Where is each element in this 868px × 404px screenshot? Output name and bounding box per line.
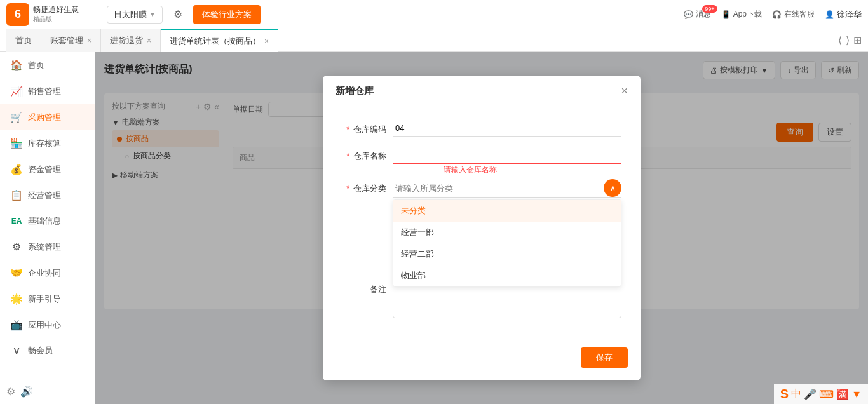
- sidebar-item-home[interactable]: 🏠 首页: [0, 52, 95, 78]
- tab-nav-next[interactable]: ⟩: [846, 34, 850, 46]
- sidebar-cooperation-label: 企业协同: [28, 267, 61, 279]
- logo-badge: 精品版: [33, 15, 79, 24]
- sidebar-inventory-label: 库存核算: [28, 138, 61, 149]
- sidebar-vip-label: 畅会员: [28, 345, 53, 356]
- sidebar-item-apps[interactable]: 📺 应用中心: [0, 312, 95, 338]
- bottom-s-icon[interactable]: S: [780, 387, 789, 401]
- user-area[interactable]: 👤 徐泽华: [825, 9, 862, 20]
- sidebar-management-label: 经营管理: [28, 190, 61, 201]
- dialog-header: 新增仓库 ×: [323, 76, 641, 107]
- name-input[interactable]: [393, 147, 621, 164]
- main-layout: 🏠 首页 📈 销售管理 🛒 采购管理 🏪 库存核算 💰 资金管理 📋 经营管理 …: [0, 52, 868, 404]
- dropdown-item-dept1[interactable]: 经营一部: [393, 222, 621, 243]
- dropdown-list: 未分类 经营一部 经营二部 物业部: [393, 199, 621, 287]
- sidebar-item-guide[interactable]: 🌟 新手引导: [0, 286, 95, 312]
- sidebar-apps-label: 应用中心: [28, 320, 61, 331]
- online-service-button[interactable]: 🎧 在线客服: [772, 9, 815, 20]
- dropdown-item-uncategorized[interactable]: 未分类: [393, 200, 621, 222]
- sidebar-item-purchase[interactable]: 🛒 采购管理: [0, 104, 95, 130]
- home-icon: 🏠: [10, 59, 23, 71]
- cooperation-icon: 🤝: [10, 267, 23, 279]
- sidebar: 🏠 首页 📈 销售管理 🛒 采购管理 🏪 库存核算 💰 资金管理 📋 经营管理 …: [0, 52, 95, 404]
- sidebar-basic-label: 基础信息: [28, 215, 61, 227]
- sidebar-sales-label: 销售管理: [28, 86, 61, 97]
- dropdown-input-row: ∧: [393, 179, 621, 198]
- form-row-name: * 仓库名称 请输入仓库名称: [342, 147, 621, 164]
- volume-icon[interactable]: 🔊: [20, 386, 33, 398]
- sidebar-purchase-label: 采购管理: [28, 112, 61, 123]
- sidebar-finance-label: 资金管理: [28, 164, 61, 175]
- bottom-keyboard-icon[interactable]: ⌨: [819, 388, 834, 400]
- app-icon: 📱: [721, 10, 731, 19]
- sidebar-item-inventory[interactable]: 🏪 库存核算: [0, 130, 95, 156]
- sidebar-guide-label: 新手引导: [28, 293, 61, 305]
- logo-icon: 6: [6, 3, 29, 26]
- basic-icon: EA: [10, 217, 23, 226]
- code-label: * 仓库编码: [342, 120, 386, 135]
- system-icon: ⚙: [10, 241, 23, 253]
- purchase-icon: 🛒: [10, 111, 23, 123]
- tab-nav-prev[interactable]: ⟨: [838, 34, 842, 46]
- notes-label: 备注: [342, 280, 386, 295]
- dropdown-toggle[interactable]: ∧: [604, 179, 621, 197]
- logo-title: 畅捷通好生意: [33, 5, 79, 15]
- gear-button[interactable]: ⚙: [168, 4, 188, 25]
- logo-area: 6 畅捷通好生意 精品版: [6, 3, 102, 26]
- settings-icon[interactable]: ⚙: [6, 386, 15, 398]
- headset-icon: 🎧: [772, 10, 782, 19]
- tab-accounts-close[interactable]: ×: [87, 36, 92, 45]
- tab-accounts[interactable]: 账套管理 ×: [41, 29, 101, 52]
- sidebar-item-basic[interactable]: EA 基础信息: [0, 208, 95, 234]
- tab-bar: 首页 账套管理 × 进货退货 × 进货单统计表（按商品） × ⟨ ⟩ ⊞: [0, 29, 868, 52]
- sidebar-bottom: ⚙ 🔊: [0, 379, 95, 404]
- inventory-icon: 🏪: [10, 137, 23, 149]
- top-bar: 6 畅捷通好生意 精品版 日太阳膜 ▼ ⚙ 体验行业方案 💬 消息 99+ 📱 …: [0, 0, 868, 29]
- store-name: 日太阳膜: [114, 9, 147, 20]
- tab-purchase-return-close[interactable]: ×: [147, 36, 151, 45]
- tab-purchase-stats-close[interactable]: ×: [264, 37, 269, 46]
- app-download-button[interactable]: 📱 App下载: [721, 9, 762, 20]
- top-right: 💬 消息 99+ 📱 App下载 🎧 在线客服 👤 徐泽华: [684, 9, 862, 20]
- tab-purchase-stats[interactable]: 进货单统计表（按商品） ×: [161, 29, 278, 52]
- form-row-category: * 仓库分类 ∧ 未分类 经营一部 经营二部: [342, 179, 621, 198]
- category-input[interactable]: [393, 180, 604, 196]
- tab-more[interactable]: ⊞: [853, 34, 862, 46]
- dialog-title: 新增仓库: [336, 85, 374, 97]
- bottom-mic-icon[interactable]: 🎤: [804, 388, 817, 400]
- apps-icon: 📺: [10, 319, 23, 331]
- bottom-bar: S 中 🎤 ⌨ 🈵 ▼: [774, 384, 868, 404]
- tab-accounts-label: 账套管理: [50, 35, 83, 46]
- sidebar-item-system[interactable]: ⚙ 系统管理: [0, 234, 95, 260]
- sidebar-item-finance[interactable]: 💰 资金管理: [0, 156, 95, 182]
- messages-button[interactable]: 💬 消息 99+: [684, 9, 711, 20]
- bottom-chinese-icon[interactable]: 中: [791, 387, 801, 401]
- tab-home[interactable]: 首页: [6, 29, 41, 52]
- tab-purchase-stats-label: 进货单统计表（按商品）: [170, 36, 261, 47]
- sidebar-item-management[interactable]: 📋 经营管理: [0, 182, 95, 208]
- dropdown-item-dept2[interactable]: 经营二部: [393, 243, 621, 265]
- name-error-msg: 请输入仓库名称: [444, 165, 497, 175]
- guide-icon: 🌟: [10, 293, 23, 305]
- finance-icon: 💰: [10, 163, 23, 175]
- tab-bar-right: ⟨ ⟩ ⊞: [838, 34, 868, 46]
- trial-button[interactable]: 体验行业方案: [193, 5, 261, 24]
- tab-home-label: 首页: [15, 35, 32, 46]
- bottom-settings-icon[interactable]: ▼: [851, 389, 862, 400]
- category-dropdown: ∧ 未分类 经营一部 经营二部 物业部: [393, 179, 621, 198]
- sidebar-item-vip[interactable]: V 畅会员: [0, 338, 95, 363]
- form-row-code: * 仓库编码: [342, 120, 621, 137]
- sidebar-home-label: 首页: [28, 60, 44, 71]
- sidebar-item-sales[interactable]: 📈 销售管理: [0, 78, 95, 104]
- store-selector[interactable]: 日太阳膜 ▼: [107, 6, 163, 24]
- store-arrow: ▼: [149, 11, 156, 18]
- dropdown-item-property[interactable]: 物业部: [393, 265, 621, 286]
- save-button[interactable]: 保存: [581, 347, 628, 368]
- sidebar-item-cooperation[interactable]: 🤝 企业协同: [0, 260, 95, 286]
- dialog-close-button[interactable]: ×: [621, 84, 628, 98]
- bottom-lang-icon[interactable]: 🈵: [836, 388, 849, 400]
- category-label: * 仓库分类: [342, 179, 386, 194]
- code-input[interactable]: [393, 120, 621, 137]
- content-area: 进货单统计(按商品) 🖨 按模板打印 ▼ ↓ 导出 ↺ 刷新: [95, 52, 868, 404]
- tab-purchase-return[interactable]: 进货退货 ×: [101, 29, 161, 52]
- modal-overlay: 新增仓库 × * 仓库编码 *: [95, 52, 868, 404]
